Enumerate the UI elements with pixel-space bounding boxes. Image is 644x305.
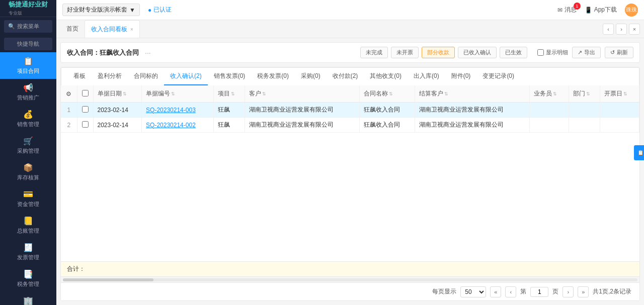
status-not-invoiced[interactable]: 未开票 — [391, 47, 419, 58]
first-page-btn[interactable]: « — [490, 286, 501, 297]
home-tab-label: 首页 — [66, 25, 78, 33]
per-page-select[interactable]: 50 20 100 — [460, 286, 486, 297]
avatar-label: 珠珠 — [626, 6, 637, 14]
refresh-btn[interactable]: ↺ 刷新 — [605, 47, 633, 58]
more-options-btn[interactable]: ··· — [145, 49, 151, 57]
customer-col-header: 客户⇅ — [245, 85, 360, 103]
tab-payment[interactable]: 收付款(2) — [327, 68, 364, 85]
row-num: 1 — [61, 103, 77, 118]
tab-tax-invoice[interactable]: 税务发票(0) — [251, 68, 295, 85]
sidebar-item-tax[interactable]: 📑 税务管理 — [0, 265, 56, 292]
sales-icon: 💰 — [23, 110, 33, 119]
tab-prev-btn[interactable]: ‹ — [603, 24, 614, 35]
row-number: SQ-20230214-003 — [142, 103, 214, 118]
settings-icon[interactable]: ⚙ — [66, 90, 71, 97]
app-name: 畅捷通好业财 — [9, 0, 48, 9]
row-salesperson — [529, 103, 569, 118]
tab-next-btn[interactable]: › — [616, 24, 627, 35]
sidebar-item-purchase[interactable]: 🛒 采购管理 — [0, 132, 56, 159]
select-all-checkbox[interactable] — [82, 90, 89, 96]
row-contract-name: 狂飙收入合同 — [360, 118, 415, 133]
tab-income-confirm[interactable]: 收入确认(2) — [164, 68, 208, 85]
row-date: 2023-02-14 — [93, 118, 142, 133]
show-detail-checkbox[interactable] — [537, 49, 544, 56]
row-number-link[interactable]: SQ-20230214-002 — [146, 122, 196, 129]
checkbox-col-header[interactable] — [77, 85, 93, 103]
scrollbar-thumb[interactable] — [63, 278, 153, 281]
tab-attachment[interactable]: 附件(0) — [445, 68, 477, 85]
tab-home[interactable]: 首页 — [60, 20, 85, 38]
tab-sales-invoice[interactable]: 销售发票(0) — [208, 68, 252, 85]
settlement-sort-icon[interactable]: ⇅ — [444, 91, 448, 96]
table-wrap: ⚙ 单据日期⇅ 单据编号⇅ 项 — [61, 85, 639, 261]
close-icon: × — [633, 26, 636, 32]
row-checkbox[interactable] — [77, 118, 93, 133]
tab-income-contract[interactable]: 收入合同看板 × — [85, 20, 140, 38]
last-page-btn[interactable]: » — [578, 286, 589, 297]
customer-sort-icon[interactable]: ⇅ — [262, 91, 266, 96]
status-not-complete[interactable]: 未完成 — [360, 47, 388, 58]
status-effective[interactable]: 已生效 — [500, 47, 527, 58]
open-date-col-header: 开票日⇅ — [600, 85, 639, 103]
table-row[interactable]: 2 2023-02-14 SQ-20230214-002 狂飙 湖南卫视商业运营… — [61, 118, 639, 133]
chevron-right-icon: › — [620, 26, 622, 32]
sidebar-item-marketing[interactable]: 📢 营销推广 — [0, 79, 56, 106]
company-selector[interactable]: 好业财专业版演示帐套 ▼ — [62, 4, 140, 16]
tab-warehouse[interactable]: 出入库(0) — [408, 68, 445, 85]
sidebar-item-invoice[interactable]: 🧾 发票管理 — [0, 239, 56, 265]
open-date-sort-icon[interactable]: ⇅ — [623, 91, 627, 96]
search-menu-button[interactable]: 🔍 搜索菜单 — [4, 20, 52, 33]
sidebar-item-capital[interactable]: 💳 资金管理 — [0, 185, 56, 212]
number-sort-icon[interactable]: ⇅ — [171, 91, 175, 96]
tab-contract-standard[interactable]: 合同标的 — [128, 68, 164, 85]
topbar-actions: ✉ 1 消息 📱 App下载 珠珠 — [557, 4, 638, 17]
status-partial-received[interactable]: 部分收款 — [422, 47, 455, 58]
tabbar-nav: ‹ › × — [603, 24, 640, 35]
sidebar-item-label: 采购管理 — [17, 147, 39, 155]
row-number-link[interactable]: SQ-20230214-003 — [146, 107, 196, 114]
message-btn[interactable]: ✉ 1 消息 — [557, 6, 577, 14]
sidebar-item-fixed-assets[interactable]: 🏢 固定资产 — [0, 292, 56, 305]
sidebar-item-project-contract[interactable]: 📋 项目合同 — [0, 52, 56, 79]
department-sort-icon[interactable]: ⇅ — [586, 91, 590, 96]
chevron-down-icon: ▼ — [129, 7, 135, 14]
tab-other-income[interactable]: 其他收支(0) — [364, 68, 408, 85]
scrollbar-track[interactable] — [63, 278, 637, 281]
user-avatar[interactable]: 珠珠 — [625, 4, 638, 17]
tab-purchase[interactable]: 采购(0) — [295, 68, 327, 85]
quick-nav-button[interactable]: 快捷导航 — [4, 38, 52, 50]
close-tab-icon[interactable]: × — [130, 27, 133, 32]
sidebar-item-general-ledger[interactable]: 📒 总账管理 — [0, 212, 56, 239]
search-menu-btn[interactable]: 🔍 搜索菜单 — [0, 17, 56, 36]
date-sort-icon[interactable]: ⇅ — [123, 91, 127, 96]
tab-close-btn[interactable]: × — [629, 24, 640, 35]
contract-name-col-header: 合同名称⇅ — [360, 85, 415, 103]
refresh-label: 刷新 — [617, 49, 628, 56]
settings-col-header[interactable]: ⚙ — [61, 85, 77, 103]
logo: 畅捷通好业财 专业版 — [0, 0, 56, 17]
row-checkbox[interactable] — [77, 103, 93, 118]
sidebar-item-sales[interactable]: 💰 销售管理 — [0, 106, 56, 132]
export-btn[interactable]: ↗ 导出 — [572, 47, 601, 58]
sidebar-item-inventory[interactable]: 📦 库存核算 — [0, 159, 56, 185]
sidebar-item-label: 项目合同 — [17, 67, 39, 75]
status-confirmed[interactable]: 已收入确认 — [458, 47, 497, 58]
quick-nav-btn[interactable]: 快捷导航 — [0, 36, 56, 52]
tab-dashboard[interactable]: 看板 — [67, 68, 92, 85]
next-page-btn[interactable]: › — [562, 286, 574, 297]
page-number-input[interactable] — [530, 287, 548, 297]
table-row[interactable]: 1 2023-02-14 SQ-20230214-003 狂飙 湖南卫视商业运营… — [61, 103, 639, 118]
prev-page-btn[interactable]: ‹ — [505, 286, 516, 297]
horizontal-scrollbar[interactable] — [61, 276, 639, 282]
contract-sort-icon[interactable]: ⇅ — [389, 91, 393, 96]
table-header-row: ⚙ 单据日期⇅ 单据编号⇅ 项 — [61, 85, 639, 103]
tab-change-log[interactable]: 变更记录(0) — [476, 68, 520, 85]
show-detail-label[interactable]: 显示明细 — [537, 49, 568, 56]
capital-icon: 💳 — [23, 189, 33, 199]
project-sort-icon[interactable]: ⇅ — [231, 91, 235, 96]
row-open-date — [600, 103, 639, 118]
app-download-btn[interactable]: 📱 App下载 — [585, 6, 617, 14]
tab-profit[interactable]: 盈利分析 — [92, 68, 128, 85]
side-action-btn[interactable]: 📋 — [634, 145, 644, 160]
salesperson-sort-icon[interactable]: ⇅ — [553, 91, 557, 96]
